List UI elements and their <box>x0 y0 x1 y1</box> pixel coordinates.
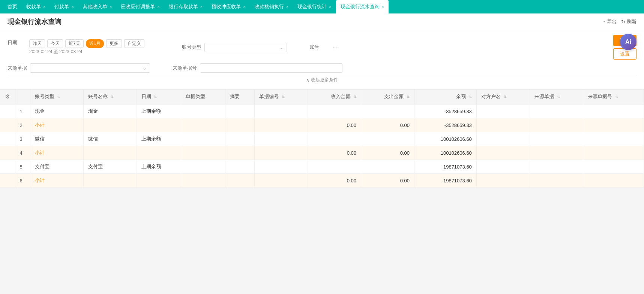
source-doc-select[interactable]: ⌄ <box>30 63 150 73</box>
td-account-type: 支付宝 <box>30 160 83 174</box>
settings-button[interactable]: 设置 <box>613 48 636 60</box>
td-index: 6 <box>15 174 30 188</box>
td-balance: 19871073.60 <box>414 160 477 174</box>
td-account-name <box>83 118 137 132</box>
source-doc-no-input[interactable] <box>200 63 342 73</box>
date-more-btn[interactable]: 更多 <box>106 39 122 48</box>
nav-tab-4[interactable]: 银行存取款单 × <box>164 0 207 13</box>
nav-home[interactable]: 首页 <box>3 0 22 13</box>
date-custom-btn[interactable]: 自定义 <box>124 39 144 48</box>
filter-area: 日期 昨天 今天 近7天 近1月 更多 自定义 2023-02-24 至 202… <box>0 30 644 90</box>
th-expense[interactable]: 支出金额 ⇅ <box>361 90 414 104</box>
td-source-doc <box>530 118 583 132</box>
nav-tab-7[interactable]: 现金银行统计 × <box>293 0 336 13</box>
sort-balance-icon: ⇅ <box>469 95 472 99</box>
td-account-type: 小计 <box>30 174 83 188</box>
th-summary: 摘要 <box>225 90 254 104</box>
nav-tab-8[interactable]: 现金银行流水查询 × <box>336 0 389 13</box>
td-balance: 100102606.60 <box>414 146 477 160</box>
td-doc-type <box>181 174 225 188</box>
close-tab-1-icon[interactable]: × <box>71 4 74 9</box>
td-doc-type <box>181 118 225 132</box>
close-tab-6-icon[interactable]: × <box>286 4 288 9</box>
table-settings-icon[interactable]: ⚙ <box>5 93 10 100</box>
td-settings <box>0 104 15 118</box>
td-settings <box>0 132 15 146</box>
td-income: 0.00 <box>308 118 361 132</box>
td-balance: -3528659.33 <box>414 118 477 132</box>
td-summary <box>225 146 254 160</box>
th-date[interactable]: 日期 ⇅ <box>137 90 181 104</box>
date-today-btn[interactable]: 今天 <box>47 39 63 48</box>
td-balance: -3528659.33 <box>414 104 477 118</box>
ai-badge[interactable]: Ai <box>620 34 636 50</box>
sort-account-name-icon: ⇅ <box>110 95 113 99</box>
date-options: 昨天 今天 近7天 近1月 更多 自定义 <box>29 39 144 48</box>
close-tab-8-icon[interactable]: × <box>382 4 384 9</box>
collapse-bar[interactable]: ∧ 收起更多条件 <box>8 75 636 85</box>
nav-tab-2[interactable]: 其他收入单 × <box>78 0 116 13</box>
th-source-doc-no[interactable]: 来源单据号 ⇅ <box>583 90 644 104</box>
top-nav: 首页 收款单 × 付款单 × 其他收入单 × 应收应付调整单 × 银行存取款单 … <box>0 0 644 13</box>
td-doc-type <box>181 104 225 118</box>
header-actions: ↑ 导出 ↻ 刷新 <box>603 18 637 25</box>
table-body: 1 现金 现金 上期余额 -3528659.33 2 小计 0.00 0.00 … <box>0 104 644 188</box>
close-tab-3-icon[interactable]: × <box>157 4 159 9</box>
td-counterpart <box>476 146 530 160</box>
source-doc-label: 来源单据 <box>8 65 27 72</box>
td-counterpart <box>476 132 530 146</box>
sort-account-type-icon: ⇅ <box>57 95 60 99</box>
sort-counterpart-icon: ⇅ <box>503 95 506 99</box>
date-7days-btn[interactable]: 近7天 <box>65 39 84 48</box>
close-tab-0-icon[interactable]: × <box>43 4 45 9</box>
filter-row-2: 来源单据 ⌄ 来源单据号 <box>8 63 636 73</box>
td-settings <box>0 160 15 174</box>
td-account-type: 小计 <box>30 118 83 132</box>
th-counterpart[interactable]: 对方户名 ⇅ <box>476 90 530 104</box>
td-date <box>137 174 181 188</box>
table-row: 3 微信 微信 上期余额 100102606.60 <box>0 132 644 146</box>
td-income <box>308 132 361 146</box>
td-date <box>137 118 181 132</box>
td-income <box>308 104 361 118</box>
th-doc-type: 单据类型 <box>181 90 225 104</box>
nav-tab-0[interactable]: 收款单 × <box>22 0 50 13</box>
nav-tab-6[interactable]: 收款核销执行 × <box>250 0 293 13</box>
td-expense: 0.00 <box>361 174 414 188</box>
refresh-icon: ↻ <box>621 19 625 25</box>
export-button[interactable]: ↑ 导出 <box>603 18 617 25</box>
nav-tab-5[interactable]: 预收冲应收单 × <box>207 0 250 13</box>
date-yesterday-btn[interactable]: 昨天 <box>29 39 45 48</box>
td-source-doc-no <box>583 160 644 174</box>
close-tab-7-icon[interactable]: × <box>329 4 331 9</box>
nav-tab-1[interactable]: 付款单 × <box>50 0 78 13</box>
nav-tab-3[interactable]: 应收应付调整单 × <box>116 0 164 13</box>
td-doc-no <box>254 104 308 118</box>
th-doc-no[interactable]: 单据编号 ⇅ <box>254 90 308 104</box>
th-income[interactable]: 收入金额 ⇅ <box>308 90 361 104</box>
th-source-doc[interactable]: 来源单据 ⇅ <box>530 90 583 104</box>
td-settings <box>0 174 15 188</box>
th-account-type[interactable]: 账号类型 ⇅ <box>30 90 83 104</box>
td-summary <box>225 104 254 118</box>
table-row: 4 小计 0.00 0.00 100102606.60 <box>0 146 644 160</box>
td-date: 上期余额 <box>137 132 181 146</box>
close-tab-4-icon[interactable]: × <box>200 4 203 9</box>
td-source-doc <box>530 132 583 146</box>
ai-label: Ai <box>625 39 631 45</box>
td-summary <box>225 174 254 188</box>
td-income: 0.00 <box>308 146 361 160</box>
td-balance: 19871073.60 <box>414 174 477 188</box>
th-balance[interactable]: 余额 ⇅ <box>414 90 477 104</box>
account-dots[interactable]: ··· <box>331 43 338 52</box>
td-doc-no <box>254 132 308 146</box>
th-account-name[interactable]: 账号名称 ⇅ <box>83 90 137 104</box>
refresh-button[interactable]: ↻ 刷新 <box>621 18 636 25</box>
close-tab-2-icon[interactable]: × <box>110 4 112 9</box>
td-account-type: 现金 <box>30 104 83 118</box>
data-table: ⚙ 账号类型 ⇅ 账号名称 ⇅ 日期 ⇅ 单据类型 <box>0 90 644 188</box>
date-1month-btn[interactable]: 近1月 <box>86 39 104 48</box>
close-tab-5-icon[interactable]: × <box>243 4 245 9</box>
account-type-select[interactable]: ⌄ <box>204 43 287 52</box>
td-source-doc-no <box>583 174 644 188</box>
